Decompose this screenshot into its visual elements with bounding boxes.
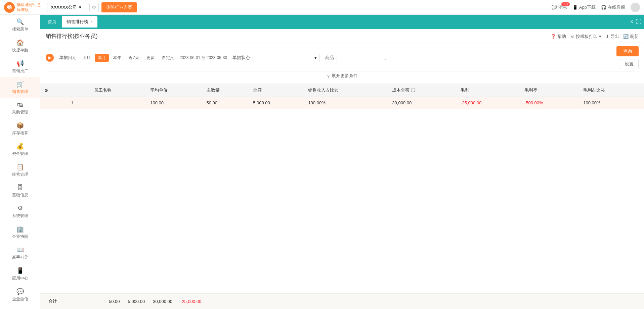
sidebar-item-inventory[interactable]: 📦 库存核算 bbox=[0, 118, 40, 139]
cell-rank: 1 bbox=[67, 97, 90, 109]
main-content: 首页 销售排行榜 × × ⛶ 销售排行榜(按业务员) ❓ 帮助 🖨 按模板打印 bbox=[40, 15, 644, 309]
goods-ellipsis: ... bbox=[384, 55, 387, 60]
sidebar-item-purchase[interactable]: 🛍 采购管理 bbox=[0, 98, 40, 118]
tab-active-label: 销售排行榜 bbox=[67, 19, 88, 25]
col-amount: 全额 bbox=[249, 84, 304, 97]
date-btn-3[interactable]: 近7天 bbox=[126, 54, 142, 62]
col-settings[interactable]: ⚙ bbox=[40, 84, 67, 97]
tab-bar-right: × ⛶ bbox=[630, 19, 641, 25]
print-chevron-icon: ▾ bbox=[599, 34, 601, 39]
date-options: 上月本月本年近7天更多自定义 bbox=[79, 54, 177, 62]
cell-cost: 30,000.00 bbox=[388, 97, 457, 109]
sidebar-label: 企业微信 bbox=[12, 296, 28, 302]
sidebar-item-sales[interactable]: 🛒 销售管理 bbox=[0, 77, 40, 98]
top-bar: 畅 畅康通好生意 标准版 XXXXXX公司 ▾ ⚙ 体验行业方案 💬 消息 99… bbox=[0, 0, 644, 15]
sidebar-item-members[interactable]: 👑 畅会员 bbox=[0, 305, 40, 309]
mobile-icon: 📱 bbox=[16, 267, 24, 274]
sidebar-label: 经营管理 bbox=[12, 172, 28, 177]
expand-more-button[interactable]: ∨ 展开更多条件 bbox=[46, 71, 639, 80]
date-btn-4[interactable]: 更多 bbox=[143, 54, 158, 62]
top-right: 💬 消息 99+ 📱 App下载 🎧 在线客服 bbox=[552, 3, 640, 12]
filter-toggle[interactable]: ▶ bbox=[46, 54, 54, 62]
col-cost: 成本全额 ⓘ bbox=[388, 84, 457, 97]
refresh-button[interactable]: 🔄 刷新 bbox=[623, 34, 639, 40]
company-name: XXXXXX公司 bbox=[51, 4, 77, 10]
gear-icon: ⚙ bbox=[17, 205, 23, 212]
template-print-button[interactable]: 🖨 按模板打印 ▾ bbox=[570, 34, 601, 40]
sidebar-label: 企业协同 bbox=[12, 234, 28, 240]
tab-home[interactable]: 首页 bbox=[43, 16, 61, 28]
sidebar-item-system[interactable]: ⚙ 系统管理 bbox=[0, 201, 40, 222]
online-service-button[interactable]: 🎧 在线客服 bbox=[601, 4, 625, 10]
col-gross-pct: 毛利占比% bbox=[579, 84, 644, 97]
sidebar-item-wechat[interactable]: 💬 企业微信 bbox=[0, 285, 40, 305]
footer-label: 合计 bbox=[44, 296, 105, 306]
sidebar-item-basics[interactable]: 🗄 基础信息 bbox=[0, 181, 40, 201]
date-label: 单据日期 bbox=[59, 55, 77, 61]
sidebar-item-quick-nav[interactable]: 🏠 快捷导航 bbox=[0, 36, 40, 56]
chevron-down-icon: ▾ bbox=[79, 5, 81, 10]
sidebar-label: 应用中心 bbox=[12, 275, 28, 281]
sidebar-item-guide[interactable]: 📖 新手引导 bbox=[0, 243, 40, 264]
status-select[interactable]: ▾ bbox=[253, 54, 320, 62]
settings-button[interactable]: 设置 bbox=[620, 59, 639, 69]
expand-more-label: 展开更多条件 bbox=[332, 73, 358, 79]
sidebar-item-app-center[interactable]: 📱 应用中心 bbox=[0, 264, 40, 285]
cell-name bbox=[90, 97, 146, 109]
date-btn-1[interactable]: 本月 bbox=[95, 54, 109, 62]
sidebar-item-finance[interactable]: 💰 资金管理 bbox=[0, 139, 40, 160]
cell-settings bbox=[40, 97, 67, 109]
date-btn-2[interactable]: 本年 bbox=[110, 54, 124, 62]
phone-icon: 📱 bbox=[572, 5, 578, 10]
goods-label: 商品 bbox=[325, 55, 334, 61]
export-button[interactable]: ⬇ 导出 bbox=[605, 34, 619, 40]
footer-amount: 5,000.00 bbox=[124, 297, 149, 306]
box-icon: 📦 bbox=[16, 122, 24, 129]
sidebar-label: 搜索菜单 bbox=[12, 27, 28, 32]
help-icon: ❓ bbox=[551, 34, 556, 39]
window-maximize-icon[interactable]: ⛶ bbox=[636, 19, 641, 25]
data-table: ⚙ 员工名称 平均单价 主数量 全额 销售收入占比% 成本全额 ⓘ 毛利 毛利率… bbox=[40, 84, 644, 109]
sidebar-item-marketing[interactable]: 📢 营销推广 bbox=[0, 56, 40, 77]
filter-area: ▶ 单据日期 上月本月本年近7天更多自定义 2023-06-01 至 2023-… bbox=[40, 43, 644, 84]
layout: 🔍 搜索菜单 🏠 快捷导航 📢 营销推广 🛒 销售管理 🛍 采购管理 📦 库存核… bbox=[0, 15, 644, 309]
date-btn-0[interactable]: 上月 bbox=[79, 54, 93, 62]
home-icon: 🏠 bbox=[16, 39, 24, 46]
sidebar-item-search-orders[interactable]: 🔍 搜索菜单 bbox=[0, 15, 40, 36]
tab-active[interactable]: 销售排行榜 × bbox=[62, 16, 97, 28]
search-icon: 🔍 bbox=[16, 18, 24, 25]
bag-icon: 🛍 bbox=[17, 101, 23, 108]
logo-text: 畅康通好生意 标准版 bbox=[17, 2, 41, 12]
sidebar-label: 库存核算 bbox=[12, 130, 28, 136]
cell-gross-rate: -500.00% bbox=[520, 97, 579, 109]
sidebar-item-enterprise[interactable]: 🏢 企业协同 bbox=[0, 222, 40, 243]
avatar[interactable] bbox=[631, 3, 640, 12]
table-footer: 合计 50.00 5,000.00 30,000.00 -25,000.00 bbox=[40, 293, 644, 309]
goods-select[interactable]: ... bbox=[337, 54, 390, 62]
logo-icon: 畅 bbox=[4, 2, 15, 13]
company-selector[interactable]: XXXXXX公司 ▾ bbox=[47, 3, 87, 12]
sidebar-item-operations[interactable]: 📋 经营管理 bbox=[0, 160, 40, 181]
message-button[interactable]: 💬 消息 99+ bbox=[552, 4, 567, 10]
tab-close-icon[interactable]: × bbox=[90, 19, 93, 24]
settings-icon[interactable]: ⚙ bbox=[89, 3, 99, 12]
help-button[interactable]: ❓ 帮助 bbox=[551, 34, 566, 40]
app-download-button[interactable]: 📱 App下载 bbox=[572, 4, 596, 10]
date-filter: 单据日期 上月本月本年近7天更多自定义 2023-06-01 至 2023-06… bbox=[59, 54, 227, 62]
sidebar-label: 资金管理 bbox=[12, 151, 28, 157]
cell-gross: -25,000.00 bbox=[457, 97, 520, 109]
date-btn-5[interactable]: 自定义 bbox=[159, 54, 177, 62]
query-button[interactable]: 查询 bbox=[616, 46, 639, 56]
table-container: ⚙ 员工名称 平均单价 主数量 全额 销售收入占比% 成本全额 ⓘ 毛利 毛利率… bbox=[40, 84, 644, 293]
window-close-icon[interactable]: × bbox=[630, 19, 633, 25]
sidebar: 🔍 搜索菜单 🏠 快捷导航 📢 营销推广 🛒 销售管理 🛍 采购管理 📦 库存核… bbox=[0, 15, 40, 309]
sidebar-label: 基础信息 bbox=[12, 192, 28, 198]
trial-button[interactable]: 体验行业方案 bbox=[101, 2, 137, 12]
money-icon: 💰 bbox=[16, 143, 24, 150]
megaphone-icon: 📢 bbox=[16, 60, 24, 67]
sidebar-label: 营销推广 bbox=[12, 68, 28, 74]
headset-icon: 🎧 bbox=[601, 5, 606, 10]
table-header-row: ⚙ 员工名称 平均单价 主数量 全额 销售收入占比% 成本全额 ⓘ 毛利 毛利率… bbox=[40, 84, 644, 97]
export-icon: ⬇ bbox=[605, 34, 609, 39]
status-filter: 单据状态 ▾ bbox=[232, 54, 320, 62]
